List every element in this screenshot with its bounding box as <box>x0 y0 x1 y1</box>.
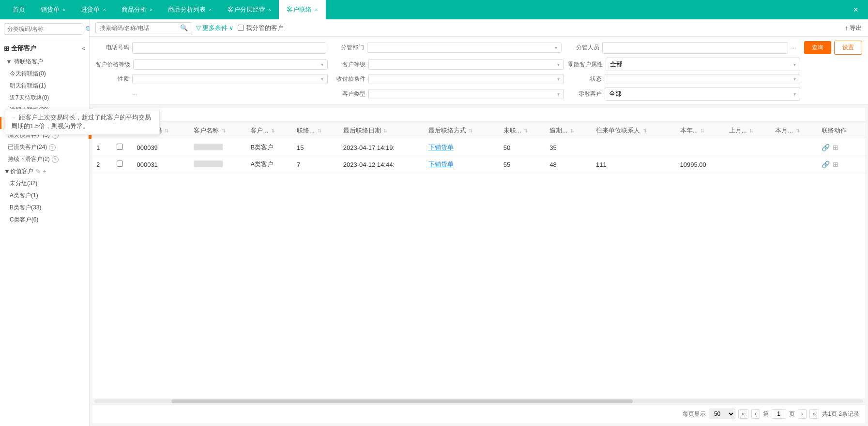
col-unit-contact[interactable]: 往来单位联系人 ⇅ <box>592 122 676 139</box>
sidebar-item-class-c[interactable]: C类客户(6) <box>0 214 89 226</box>
scatter-attr-value: 全部 <box>610 60 623 69</box>
scatter-customer-select[interactable]: 全部▾ <box>605 87 800 101</box>
chevron-icon: ▾ <box>555 45 557 50</box>
manager-dots[interactable]: ··· <box>791 44 796 51</box>
manager-input[interactable] <box>602 42 788 54</box>
advanced-filter: 电话号码 分管部门 ▾ 分管人员 ··· 查询 设置 <box>90 37 868 105</box>
page-number-input[interactable] <box>772 409 786 419</box>
add-icon[interactable]: + <box>43 168 46 175</box>
method-link[interactable]: 下销货单 <box>428 144 454 151</box>
nav-customer-contact[interactable]: 客户联络 × <box>279 0 325 19</box>
payment-select[interactable]: ▾ <box>368 74 564 84</box>
method-link[interactable]: 下销货单 <box>428 161 454 168</box>
sort-icon: ⇅ <box>165 128 168 133</box>
col-type[interactable]: 客户... ⇅ <box>246 122 293 139</box>
phone-input[interactable] <box>132 42 326 54</box>
close-icon[interactable]: × <box>103 7 106 13</box>
cell-check <box>113 139 133 156</box>
row-checkbox[interactable] <box>117 144 123 150</box>
dept-select[interactable]: ▾ <box>367 43 561 53</box>
col-overdue[interactable]: 逾期... ⇅ <box>546 122 592 139</box>
sidebar-item-declining[interactable]: 持续下滑客户(2) ? <box>0 153 89 165</box>
sidebar-item-lost-customers[interactable]: 已流失客户(24) ? <box>0 141 89 153</box>
sidebar-item-today[interactable]: 今天待联络(0) <box>0 68 89 80</box>
link-action-icon[interactable]: 🔗 <box>822 144 830 151</box>
page-size-select[interactable]: 50 100 200 <box>709 409 735 419</box>
table-area: ⚙ 序 客户编码 ⇅ 客户名称 ⇅ 客户... ⇅ 联络... ⇅ 最后联络日期… <box>92 108 865 423</box>
sidebar-item-class-a[interactable]: A类客户(1) <box>0 190 89 202</box>
grid-action-icon[interactable]: ⊞ <box>833 161 838 168</box>
grade-select[interactable]: ▾ <box>368 59 564 70</box>
row-checkbox[interactable] <box>117 161 123 167</box>
price-grade-select[interactable]: ▾ <box>133 59 328 70</box>
prev-page-button[interactable]: ‹ <box>751 409 760 419</box>
first-page-button[interactable]: « <box>738 409 748 419</box>
search-input[interactable] <box>100 25 180 31</box>
col-last-month[interactable]: 上月... ⇅ <box>725 122 772 139</box>
sidebar-item-ungrouped[interactable]: 未分组(32) <box>0 177 89 190</box>
tooltip-text: 距客户上次交易时长，超过了此客户的平均交易周期的1.5倍，则视为异常。 <box>11 114 151 130</box>
nature-select[interactable]: ▾ <box>132 74 328 84</box>
close-icon[interactable]: × <box>268 7 271 13</box>
sort-icon: ⇅ <box>643 128 647 133</box>
sidebar-group-pending-header[interactable]: ▼ 待联络客户 <box>0 56 89 68</box>
status-select[interactable]: ▾ <box>605 74 800 84</box>
sidebar-item-tomorrow[interactable]: 明天待联络(1) <box>0 80 89 92</box>
close-icon[interactable]: × <box>315 7 318 13</box>
more-conditions-button[interactable]: ▽ 更多条件 ∨ <box>196 24 234 32</box>
nav-purchase[interactable]: 进货单 × <box>73 0 113 19</box>
scatter-customer-value: 全部 <box>609 89 622 98</box>
window-close-button[interactable]: × <box>848 5 863 15</box>
edit-icon[interactable]: ✎ <box>35 168 41 175</box>
close-icon[interactable]: × <box>62 7 65 13</box>
nav-sales[interactable]: 销货单 × <box>33 0 73 19</box>
phone-label: 电话号码 <box>95 44 129 52</box>
page-prefix-label: 第 <box>763 410 769 418</box>
col-this-month[interactable]: 本月... ⇅ <box>771 122 818 139</box>
col-name[interactable]: 客户名称 ⇅ <box>190 122 246 139</box>
next-page-button[interactable]: › <box>798 409 807 419</box>
export-button[interactable]: ↑ 导出 <box>845 24 863 32</box>
close-icon[interactable]: × <box>150 7 152 13</box>
sort-icon: ⇅ <box>749 128 753 133</box>
customer-type-select[interactable]: ▾ <box>368 89 564 99</box>
my-customer-checkbox[interactable] <box>238 25 244 31</box>
close-icon[interactable]: × <box>209 7 212 13</box>
horizontal-scrollbar[interactable] <box>92 398 865 404</box>
scatter-customer-label: 零散客户 <box>568 90 602 98</box>
sidebar-item-7days[interactable]: 近7天待联络(0) <box>0 92 89 104</box>
sidebar-search-input[interactable] <box>4 23 83 35</box>
table-scroll-area[interactable]: 序 客户编码 ⇅ 客户名称 ⇅ 客户... ⇅ 联络... ⇅ 最后联络日期 ⇅… <box>92 122 865 398</box>
sidebar-all-customers[interactable]: ⊞ 全部客户 « <box>0 42 89 55</box>
col-last-method[interactable]: 最后联络方式 ⇅ <box>425 122 500 139</box>
scatter-attr-field: 零散客户属性 全部▾ <box>568 58 800 71</box>
sidebar-value-customers-header[interactable]: ▼ 价值客户 ✎ + <box>0 165 89 177</box>
col-uncontacted[interactable]: 未联... ⇅ <box>500 122 546 139</box>
col-last-date[interactable]: 最后联络日期 ⇅ <box>339 122 425 139</box>
info-icon[interactable]: ? <box>49 144 56 151</box>
sidebar-collapse-icon[interactable]: « <box>82 45 85 52</box>
nav-home[interactable]: 首页 <box>5 0 33 19</box>
settings-button[interactable]: 设置 <box>834 41 862 55</box>
last-page-button[interactable]: » <box>809 409 820 419</box>
search-icon[interactable]: 🔍 <box>180 24 188 31</box>
nature-field: 性质 ▾ <box>95 74 328 84</box>
scatter-attr-label: 零散客户属性 <box>568 60 603 69</box>
grid-action-icon[interactable]: ⊞ <box>833 144 838 151</box>
info-icon[interactable]: ? <box>52 156 59 163</box>
filter-row-2: 客户价格等级 ▾ 客户等级 ▾ 零散客户属性 全部▾ <box>95 58 862 71</box>
nav-customer-tier[interactable]: 客户分层经营 × <box>220 0 279 19</box>
scatter-attr-select[interactable]: 全部▾ <box>606 58 800 71</box>
col-contact[interactable]: 联络... ⇅ <box>293 122 339 139</box>
more-dots[interactable]: ··· <box>132 90 328 98</box>
total-records-label: 共1页 2条记录 <box>822 410 859 418</box>
table-row: 2 000031 A类客户 7 2023-04-12 14:44: 下销货单 5… <box>92 156 865 173</box>
nav-product-list[interactable]: 商品分析列表 × <box>160 0 219 19</box>
query-button[interactable]: 查询 <box>804 41 831 54</box>
main-layout: 🔍 ⊞ 全部客户 « ▼ 待联络客户 今天待联络(0) 明天待联络(1) 近7天… <box>0 19 868 426</box>
sidebar-item-class-b[interactable]: B类客户(33) <box>0 202 89 214</box>
link-action-icon[interactable]: 🔗 <box>822 161 830 168</box>
col-this-year[interactable]: 本年... ⇅ <box>676 122 725 139</box>
cell-this-year: 10995.00 <box>676 156 725 173</box>
nav-product-analysis[interactable]: 商品分析 × <box>114 0 160 19</box>
